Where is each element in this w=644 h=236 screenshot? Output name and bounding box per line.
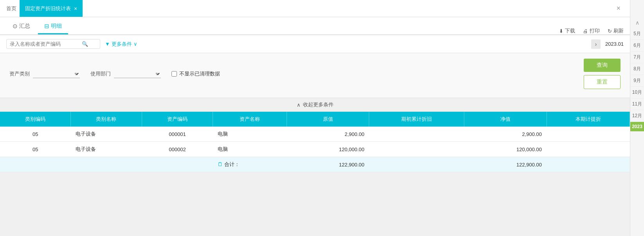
cell-current-depreciation [547,142,630,157]
total-label [0,157,213,172]
tab-summary[interactable]: ⊙ 汇总 [6,19,36,34]
cell-category-name: 电子设备 [71,142,142,157]
query-button[interactable]: 查询 [584,59,621,72]
tab-detail-label: 明细 [51,23,62,30]
col-asset-name: 资产名称 [213,112,287,127]
cell-asset-name: 电脑 [213,127,287,142]
cell-current-depreciation [547,127,630,142]
department-label: 使用部门 [90,70,111,77]
table-row: 05 电子设备 000001 电脑 2,900.00 2,900.00 [0,127,630,142]
right-sidebar: ∧ 5月6月7月8月9月10月11月12月 2023 [630,0,644,172]
collapse-label: 收起更多条件 [303,101,334,108]
toolbar-right: ⬇ 下载 🖨 打印 ↻ 刷新 [559,27,624,34]
home-link[interactable]: 首页 [6,5,16,12]
filter-btn-group: 查询 重置 [584,59,621,89]
total-current-depreciation [547,157,630,172]
close-tab-icon[interactable]: × [74,5,77,12]
total-label-text: 🗒合计： [213,157,287,172]
cell-asset-name: 电脑 [213,142,287,157]
col-category-name: 类别名称 [71,112,142,127]
sidebar-month[interactable]: 10月 [631,87,644,98]
refresh-label: 刷新 [613,27,624,34]
hide-cleared-checkbox[interactable] [171,71,177,77]
cell-accumulated-depreciation [369,127,464,142]
active-tab-label: 固定资产折旧统计表 [25,5,71,12]
print-icon: 🖨 [583,28,588,34]
filter-icon: ▼ [105,41,110,47]
cell-asset-code: 000001 [142,127,213,142]
data-table: 类别编码 类别名称 资产编码 资产名称 原值 期初累计折旧 净值 本期计提折 0… [0,112,630,172]
more-conditions-label: 更多条件 [112,41,132,48]
download-label: 下载 [565,27,575,34]
close-window-button[interactable]: × [613,3,624,14]
collapse-bar[interactable]: ∧ 收起更多条件 [0,98,630,112]
col-asset-code: 资产编码 [142,112,213,127]
refresh-button[interactable]: ↻ 刷新 [608,27,624,34]
refresh-icon: ↻ [608,28,612,34]
reset-button[interactable]: 重置 [584,75,621,89]
sidebar-month[interactable]: 12月 [631,110,644,122]
advanced-filter: 资产类别 ▼ 使用部门 ▼ 不显示已清理数 [0,53,630,98]
hide-cleared-label: 不显示已清理数据 [179,70,220,77]
total-original-value: 122,900.00 [287,157,369,172]
cell-category-code: 05 [0,127,71,142]
table-header-row: 类别编码 类别名称 资产编码 资产名称 原值 期初累计折旧 净值 本期计提折 [0,112,630,127]
search-wrap: 🔍 [6,39,100,49]
sidebar-nav-up[interactable]: ∧ [630,17,644,28]
more-conditions-button[interactable]: ▼ 更多条件 ∨ [105,41,137,48]
period-nav-right[interactable]: › [591,39,601,49]
department-select[interactable] [114,70,161,78]
top-nav: 首页 固定资产折旧统计表 × × [0,0,630,17]
col-original-value: 原值 [287,112,369,127]
cell-net-value: 120,000.00 [464,142,547,157]
sidebar-month[interactable]: 5月 [631,28,644,40]
hide-cleared-checkbox-wrap[interactable]: 不显示已清理数据 [171,70,220,77]
cell-category-code: 05 [0,142,71,157]
print-label: 打印 [590,27,600,34]
cell-original-value: 2,900.00 [287,127,369,142]
search-icon[interactable]: 🔍 [82,41,88,47]
col-current-depreciation: 本期计提折 [547,112,630,127]
filter-bar: 🔍 ▼ 更多条件 ∨ › 2023.01 [0,35,630,53]
active-tab[interactable]: 固定资产折旧统计表 × [20,0,83,17]
download-icon: ⬇ [559,28,563,34]
period-label: 2023.01 [605,41,624,47]
total-icon: 🗒 [218,161,223,167]
sidebar-month[interactable]: 9月 [631,75,644,87]
department-field: 使用部门 ▼ [90,70,159,78]
search-input[interactable] [10,41,80,47]
asset-category-label: 资产类别 [9,70,30,77]
sidebar-month[interactable]: 6月 [631,40,644,52]
asset-category-select[interactable] [33,70,80,78]
tab-summary-label: 汇总 [19,23,30,30]
total-net-value: 122,900.00 [464,157,547,172]
sidebar-month[interactable]: 7月 [631,52,644,63]
tab-detail[interactable]: ⊟ 明细 [38,19,68,34]
col-accumulated-depreciation: 期初累计折旧 [369,112,464,127]
filter-row-1: 资产类别 ▼ 使用部门 ▼ 不显示已清理数 [9,59,621,89]
asset-category-field: 资产类别 ▼ [9,70,78,78]
cell-accumulated-depreciation [369,142,464,157]
chevron-down-icon: ∨ [133,41,137,47]
col-net-value: 净值 [464,112,547,127]
print-button[interactable]: 🖨 打印 [583,27,600,34]
detail-icon: ⊟ [44,23,49,30]
cell-category-name: 电子设备 [71,127,142,142]
col-category-code: 类别编码 [0,112,71,127]
cell-net-value: 2,900.00 [464,127,547,142]
total-row: 🗒合计： 122,900.00 122,900.00 [0,157,630,172]
sidebar-year-badge[interactable]: 2023 [630,122,644,132]
collapse-icon: ∧ [297,102,301,108]
sidebar-month[interactable]: 8月 [631,63,644,75]
download-button[interactable]: ⬇ 下载 [559,27,575,34]
data-table-wrap: 类别编码 类别名称 资产编码 资产名称 原值 期初累计折旧 净值 本期计提折 0… [0,112,630,172]
summary-icon: ⊙ [13,23,18,30]
cell-asset-code: 000002 [142,142,213,157]
cell-original-value: 120,000.00 [287,142,369,157]
table-row: 05 电子设备 000002 电脑 120,000.00 120,000.00 [0,142,630,157]
sub-tabs: ⊙ 汇总 ⊟ 明细 ⬇ 下载 🖨 打印 ↻ 刷新 [0,17,630,35]
total-accumulated-depreciation [369,157,464,172]
sidebar-month[interactable]: 11月 [631,98,644,110]
